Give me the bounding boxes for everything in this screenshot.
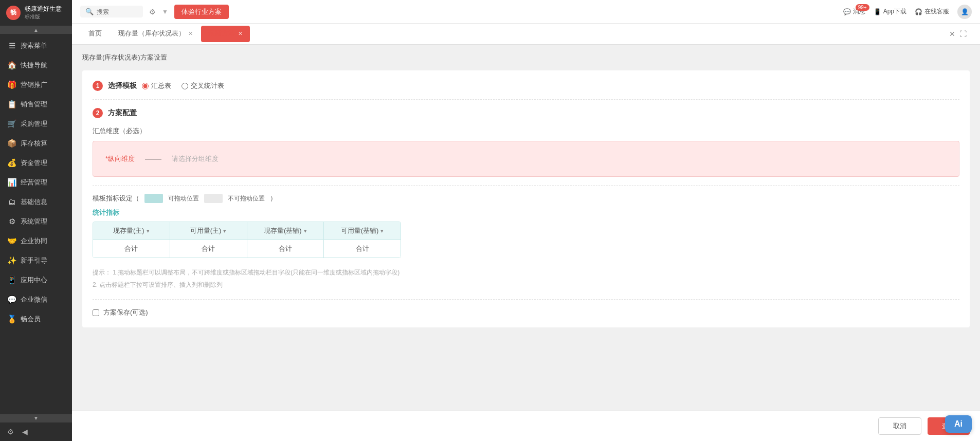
- message-button[interactable]: 💬 消息 99+: [843, 7, 865, 16]
- tab-home[interactable]: 首页: [80, 24, 110, 44]
- message-icon: 💬: [843, 8, 851, 15]
- dimension-label: 汇总维度（必选）: [93, 126, 959, 136]
- user-avatar[interactable]: 👤: [957, 5, 972, 19]
- template-setting-suffix: ）: [270, 194, 277, 203]
- save-divider: [93, 299, 959, 300]
- sidebar-item-operation[interactable]: 📊 经营管理: [0, 173, 72, 192]
- dimension-placeholder: 请选择分组维度: [172, 154, 219, 163]
- sidebar-item-label: 经营管理: [21, 178, 47, 187]
- sidebar-item-app-center[interactable]: 📱 应用中心: [0, 270, 72, 290]
- stats-col-1-sub: 合计: [124, 244, 138, 253]
- stats-data-row: 合计 合计 合计 合计: [93, 240, 401, 258]
- draggable-indicator: [144, 194, 163, 203]
- tab-new-plan[interactable]: 新建方案 ✕: [201, 26, 250, 42]
- sidebar-item-label: 应用中心: [21, 275, 47, 285]
- cancel-button[interactable]: 取消: [878, 417, 921, 435]
- ai-button[interactable]: Ai: [945, 415, 972, 433]
- stats-col-1-header[interactable]: 现存量(主) ▾: [93, 222, 170, 240]
- chart-icon: 📊: [7, 178, 16, 187]
- sidebar-item-quick-nav[interactable]: 🏠 快捷导航: [0, 56, 72, 75]
- tab-home-label: 首页: [88, 29, 102, 38]
- search-bar[interactable]: 🔍: [80, 6, 143, 17]
- save-checkbox[interactable]: [93, 309, 99, 316]
- sidebar-item-marketing[interactable]: 🎁 营销推广: [0, 75, 72, 95]
- sidebar: 畅 畅康通好生意 标准版 ▲ ☰ 搜索菜单 🏠 快捷导航 🎁 营销推广 📋 销售…: [0, 0, 72, 441]
- sidebar-item-member[interactable]: 🏅 畅会员: [0, 309, 72, 329]
- settings-footer-icon[interactable]: ⚙: [7, 428, 14, 436]
- stats-col-2-label: 可用量(主): [190, 226, 222, 235]
- main-area: 🔍 ⚙ ▼ 体验行业方案 💬 消息 99+ 📱 App下载 🎧 在线客服 👤: [72, 0, 980, 441]
- collapse-icon[interactable]: ◀: [22, 428, 28, 436]
- member-icon: 🏅: [7, 315, 16, 324]
- stats-col-1-data: 合计: [93, 240, 170, 258]
- file-icon: 🗂: [7, 197, 16, 206]
- sidebar-item-label: 采购管理: [21, 119, 47, 128]
- tab-new-close[interactable]: ✕: [238, 30, 243, 37]
- sidebar-item-label: 企业协同: [21, 236, 47, 246]
- sidebar-item-guide[interactable]: ✨ 新手引导: [0, 251, 72, 270]
- tip-2: 2. 点击标题栏下拉可设置排序、插入列和删除列: [93, 279, 959, 291]
- sidebar-item-label: 库存核算: [21, 139, 47, 148]
- money-icon: 💰: [7, 158, 16, 168]
- tab-inventory[interactable]: 现存量（库存状况表） ✕: [110, 24, 201, 44]
- guide-icon: ✨: [7, 256, 16, 265]
- sidebar-item-label: 营销推广: [21, 80, 47, 89]
- industry-plan-button[interactable]: 体验行业方案: [174, 5, 229, 19]
- radio-cross[interactable]: 交叉统计表: [182, 81, 224, 90]
- box-icon: 📦: [7, 139, 16, 148]
- dropdown-icon[interactable]: ▼: [162, 8, 168, 15]
- sidebar-scroll-up[interactable]: ▲: [0, 26, 72, 34]
- stats-table: 现存量(主) ▾ 可用量(主) ▾ 现存量(基辅) ▾ 可用量(基辅) ▾: [93, 222, 401, 258]
- window-expand-button[interactable]: ⛶: [959, 30, 967, 38]
- sidebar-item-sales[interactable]: 📋 销售管理: [0, 95, 72, 114]
- chevron-down-icon-2: ▾: [223, 228, 226, 234]
- gear-icon[interactable]: ⚙: [149, 8, 156, 16]
- step1-header: 1 选择模板 汇总表 交叉统计表: [93, 81, 959, 91]
- stats-col-3-header[interactable]: 现存量(基辅) ▾: [247, 222, 324, 240]
- template-radio-group: 汇总表 交叉统计表: [142, 81, 224, 90]
- sidebar-item-label: 企业微信: [21, 295, 47, 304]
- window-close-button[interactable]: ✕: [949, 30, 955, 38]
- radio-cross-label: 交叉统计表: [191, 81, 224, 90]
- dimension-required-label: *纵向维度: [105, 154, 135, 163]
- app-logo: 畅 畅康通好生意 标准版: [0, 0, 72, 26]
- stats-col-3-data: 合计: [247, 240, 324, 258]
- stats-col-4-sub: 合计: [356, 244, 369, 253]
- stats-col-3-label: 现存量(基辅): [264, 226, 302, 235]
- tip-1: 提示： 1.拖动标题栏可以调整布局，不可跨维度或指标区域拖动栏目字段(只能在同一…: [93, 266, 959, 279]
- app-icon: 📱: [7, 275, 16, 285]
- sidebar-item-system[interactable]: ⚙ 系统管理: [0, 212, 72, 231]
- tab-new-label: 新建方案: [208, 29, 235, 38]
- template-setting-label: 模板指标设定（ 可拖动位置 不可拖动位置 ）: [93, 194, 959, 203]
- sidebar-item-basic-info[interactable]: 🗂 基础信息: [0, 192, 72, 212]
- sidebar-item-label: 系统管理: [21, 217, 47, 226]
- step2-title: 方案配置: [108, 108, 137, 118]
- sidebar-item-search-menu[interactable]: ☰ 搜索菜单: [0, 36, 72, 56]
- tab-bar: 首页 现存量（库存状况表） ✕ 新建方案 ✕ ✕ ⛶: [72, 24, 980, 45]
- online-service-button[interactable]: 🎧 在线客服: [915, 7, 949, 16]
- avatar: 👤: [957, 5, 972, 19]
- radio-summary[interactable]: 汇总表: [142, 81, 171, 90]
- gift-icon: 🎁: [7, 80, 16, 89]
- sidebar-item-inventory[interactable]: 📦 库存核算: [0, 134, 72, 153]
- sidebar-item-wechat[interactable]: 💬 企业微信: [0, 290, 72, 309]
- sidebar-item-cooperation[interactable]: 🤝 企业协同: [0, 231, 72, 251]
- sales-icon: 📋: [7, 100, 16, 109]
- search-input[interactable]: [97, 8, 138, 15]
- sidebar-item-purchase[interactable]: 🛒 采购管理: [0, 114, 72, 134]
- app-download-button[interactable]: 📱 App下载: [874, 7, 906, 16]
- cart-icon: 🛒: [7, 119, 16, 128]
- sidebar-item-finance[interactable]: 💰 资金管理: [0, 153, 72, 173]
- sidebar-nav: ☰ 搜索菜单 🏠 快捷导航 🎁 营销推广 📋 销售管理 🛒 采购管理 📦 库存核…: [0, 34, 72, 414]
- sidebar-scroll-down[interactable]: ▼: [0, 414, 72, 422]
- sidebar-item-label: 搜索菜单: [21, 41, 47, 50]
- topbar-actions: 💬 消息 99+ 📱 App下载 🎧 在线客服 👤: [843, 5, 972, 19]
- draggable-label: 可拖动位置: [168, 194, 199, 203]
- stats-col-4-header[interactable]: 可用量(基辅) ▾: [324, 222, 401, 240]
- radio-summary-input[interactable]: [142, 83, 149, 89]
- no-drag-indicator: [204, 194, 223, 203]
- tab-inventory-close[interactable]: ✕: [188, 30, 193, 37]
- tips-section: 提示： 1.拖动标题栏可以调整布局，不可跨维度或指标区域拖动栏目字段(只能在同一…: [93, 266, 959, 291]
- radio-cross-input[interactable]: [182, 83, 188, 89]
- stats-col-2-header[interactable]: 可用量(主) ▾: [170, 222, 247, 240]
